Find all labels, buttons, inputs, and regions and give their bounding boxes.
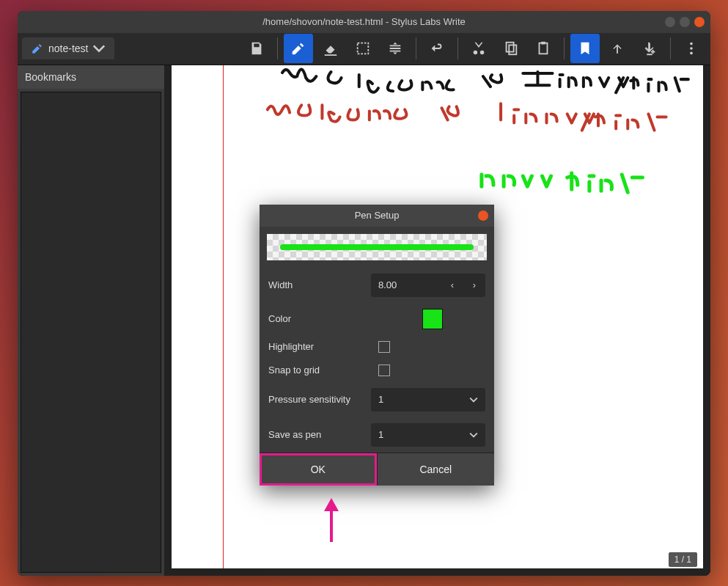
saveas-label: Save as pen	[268, 429, 364, 440]
pen-tool-button[interactable]	[284, 34, 313, 63]
dialog-titlebar: Pen Setup	[260, 205, 494, 227]
ok-button[interactable]: OK	[260, 453, 377, 486]
tab-label: note-test	[48, 43, 88, 54]
close-window-button[interactable]	[694, 17, 705, 27]
titlebar: /home/shovon/note-test.html - Stylus Lab…	[18, 11, 710, 33]
dialog-buttons: OK Cancel	[260, 453, 494, 486]
separator	[457, 37, 458, 59]
bookmarks-list[interactable]	[21, 92, 161, 573]
highlighter-checkbox[interactable]	[378, 341, 390, 353]
width-row: Width 8.00 ‹ ›	[260, 268, 494, 303]
dialog-title: Pen Setup	[355, 210, 400, 221]
main-area: Bookmarks 1 / 1 Pen Setup	[18, 65, 710, 576]
saveas-select[interactable]: 1	[371, 423, 485, 447]
sidebar-header: Bookmarks	[18, 65, 164, 89]
pressure-value: 1	[378, 394, 383, 405]
color-swatch[interactable]	[422, 309, 443, 329]
separator	[416, 37, 416, 59]
pen-preview	[267, 234, 487, 260]
chevron-down-icon	[469, 431, 478, 439]
svg-rect-2	[509, 45, 516, 54]
svg-point-7	[690, 43, 693, 45]
copy-button[interactable]	[496, 34, 526, 63]
prev-page-button[interactable]	[603, 34, 632, 63]
svg-rect-6	[652, 50, 654, 54]
snap-checkbox[interactable]	[378, 365, 390, 376]
highlighter-label: Highlighter	[268, 341, 364, 352]
width-label: Width	[268, 279, 364, 290]
separator	[277, 37, 278, 59]
pressure-row: Pressure sensitivity 1	[260, 382, 494, 417]
cut-button[interactable]	[464, 34, 493, 63]
color-row: Color	[260, 303, 494, 335]
width-value: 8.00	[371, 279, 441, 290]
sidebar: Bookmarks	[18, 65, 164, 576]
chevron-down-icon	[92, 42, 106, 55]
svg-rect-1	[507, 43, 514, 52]
pen-icon	[31, 42, 44, 55]
window-title: /home/shovon/note-test.html - Stylus Lab…	[262, 16, 466, 27]
separator	[564, 37, 565, 59]
snap-label: Snap to grid	[268, 365, 364, 376]
svg-point-8	[690, 47, 693, 50]
next-page-button[interactable]	[635, 34, 664, 63]
width-spinner[interactable]: 8.00 ‹ ›	[371, 274, 485, 297]
maximize-button[interactable]	[680, 17, 690, 27]
svg-point-9	[690, 52, 693, 55]
width-decrease-button[interactable]: ‹	[441, 279, 463, 290]
width-increase-button[interactable]: ›	[463, 279, 485, 290]
paste-button[interactable]	[529, 34, 558, 63]
saveas-row: Save as pen 1	[260, 417, 494, 453]
svg-rect-0	[358, 43, 369, 54]
separator	[670, 37, 671, 59]
highlighter-row: Highlighter	[260, 335, 494, 359]
color-label: Color	[268, 313, 364, 324]
cancel-button[interactable]: Cancel	[377, 453, 495, 486]
document-tab[interactable]: note-test	[22, 37, 114, 59]
app-window: /home/shovon/note-test.html - Stylus Lab…	[18, 11, 710, 576]
saveas-value: 1	[378, 429, 383, 440]
svg-rect-4	[541, 42, 545, 45]
pen-setup-dialog: Pen Setup Width 8.00 ‹ › Color Highlight…	[260, 205, 494, 486]
svg-rect-3	[540, 43, 548, 54]
page-status: 1 / 1	[669, 552, 697, 567]
insert-space-button[interactable]	[380, 34, 410, 63]
window-controls	[665, 17, 705, 27]
minimize-button[interactable]	[665, 17, 675, 27]
overflow-menu-button[interactable]	[677, 34, 706, 63]
chevron-down-icon	[469, 395, 478, 404]
toolbar	[119, 34, 706, 63]
pressure-select[interactable]: 1	[371, 388, 485, 411]
bookmark-button[interactable]	[570, 34, 600, 63]
undo-button[interactable]	[422, 34, 452, 63]
tabbar: note-test	[18, 33, 710, 65]
select-button[interactable]	[348, 34, 378, 63]
pen-preview-stroke	[280, 244, 474, 250]
pressure-label: Pressure sensitivity	[268, 394, 364, 405]
save-button[interactable]	[242, 34, 271, 63]
snap-row: Snap to grid	[260, 359, 494, 382]
dialog-close-button[interactable]	[478, 210, 488, 221]
eraser-button[interactable]	[316, 34, 345, 63]
